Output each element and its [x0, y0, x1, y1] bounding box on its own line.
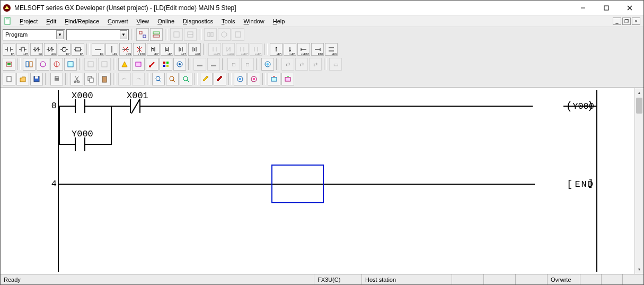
menu-online[interactable]: Online: [153, 17, 179, 25]
menu-window[interactable]: Window: [240, 17, 269, 25]
menu-edit[interactable]: Edit: [42, 17, 60, 25]
minimize-button[interactable]: [571, 1, 595, 15]
mdi-restore-icon[interactable]: ❐: [622, 18, 631, 25]
edit-cursor[interactable]: [271, 165, 324, 203]
tool-r3-2[interactable]: [23, 58, 36, 71]
tool-copy[interactable]: [84, 73, 97, 85]
tool-net-c[interactable]: [232, 28, 244, 41]
tool-r3-4[interactable]: [50, 58, 63, 71]
tool-r3-9[interactable]: [132, 58, 145, 71]
menu-view[interactable]: View: [133, 17, 154, 25]
tool-net-b[interactable]: [218, 28, 231, 41]
status-empty-6: [622, 274, 643, 284]
tool-r3-21[interactable]: ▭: [329, 58, 342, 71]
tool-new[interactable]: [3, 73, 15, 85]
device-combo[interactable]: ▼: [66, 29, 129, 40]
tool-net-a[interactable]: [204, 28, 217, 41]
svg-rect-75: [7, 63, 11, 65]
tool-saf5[interactable]: saF5: [208, 43, 221, 56]
tool-contact-no[interactable]: F5: [3, 43, 15, 56]
tool-caf5[interactable]: caF5: [284, 43, 296, 56]
tool-r3-3[interactable]: [37, 58, 49, 71]
maximize-button[interactable]: [595, 1, 618, 15]
scroll-up-icon[interactable]: ▴: [635, 88, 643, 97]
status-ready: Ready: [1, 274, 314, 284]
mdi-close-icon[interactable]: ×: [632, 18, 640, 25]
tool-r3-20[interactable]: ⇄: [309, 58, 322, 71]
close-button[interactable]: [618, 1, 641, 15]
tool-save[interactable]: [30, 73, 43, 85]
tool-f10[interactable]: F10: [311, 43, 324, 56]
ladder-editor[interactable]: 0 X000 X001 (Y000 ) Y000 4 [END ]: [1, 88, 643, 274]
tool-vline[interactable]: sF9: [105, 43, 118, 56]
tool-del-hline[interactable]: cF9: [119, 43, 132, 56]
mdi-minimize-icon[interactable]: _: [613, 18, 621, 25]
tool-undo[interactable]: [118, 73, 131, 85]
program-mode-combo[interactable]: Program▼: [3, 29, 65, 40]
status-host: Host station: [361, 274, 452, 284]
tool-contact-no-p[interactable]: sF5: [16, 43, 29, 56]
menu-diag[interactable]: Diagnostics: [179, 17, 217, 25]
tool-redo[interactable]: [132, 73, 145, 85]
tool-rising[interactable]: sF7: [147, 43, 160, 56]
tool-r3-15[interactable]: □: [227, 58, 240, 71]
tool-monitor-2[interactable]: [248, 73, 260, 85]
tool-monitor-1[interactable]: [234, 73, 246, 85]
scroll-down-icon[interactable]: ▾: [635, 265, 643, 274]
svg-point-106: [170, 76, 174, 81]
tool-xfer-2[interactable]: [281, 73, 294, 85]
tool-falling[interactable]: sF8: [161, 43, 173, 56]
tool-r3-10[interactable]: [146, 58, 158, 71]
menu-tools[interactable]: Tools: [217, 17, 240, 25]
tool-cut[interactable]: [70, 73, 83, 85]
menu-project[interactable]: Project: [15, 17, 42, 25]
menu-find[interactable]: Find/Replace: [60, 17, 103, 25]
tool-r3-17[interactable]: [261, 58, 274, 71]
tool-r3-13[interactable]: ▬: [193, 58, 206, 71]
tool-r3-8[interactable]: [118, 58, 131, 71]
tool-view-b[interactable]: [150, 28, 163, 41]
tool-contact-nc[interactable]: F6: [30, 43, 43, 56]
tool-r3-14[interactable]: ▬: [207, 58, 220, 71]
tool-del-vline[interactable]: cF10: [133, 43, 146, 56]
tool-saf6[interactable]: saF6: [222, 43, 235, 56]
tool-find-2[interactable]: [166, 73, 179, 85]
menu-help[interactable]: Help: [269, 17, 289, 25]
tool-rising-p[interactable]: aF7: [174, 43, 187, 56]
tool-r3-1[interactable]: [3, 58, 15, 71]
tool-contact-nc-p[interactable]: sF6: [44, 43, 57, 56]
svg-line-105: [160, 80, 162, 82]
tool-open[interactable]: [16, 73, 29, 85]
tool-af5[interactable]: aF5: [270, 43, 283, 56]
svg-rect-86: [163, 62, 165, 64]
tool-saf7[interactable]: saF7: [236, 43, 249, 56]
vertical-scrollbar[interactable]: ▴ ▾: [634, 88, 643, 274]
tool-find-1[interactable]: [152, 73, 165, 85]
tool-r3-7[interactable]: [98, 58, 111, 71]
menu-convert[interactable]: Convert: [103, 17, 133, 25]
tool-convert-2[interactable]: [214, 73, 226, 85]
tool-xfer-1[interactable]: [268, 73, 280, 85]
tool-instr[interactable]: F8: [72, 43, 84, 56]
tool-view-a[interactable]: [136, 28, 149, 41]
tool-r3-12[interactable]: [173, 58, 186, 71]
scroll-thumb[interactable]: [636, 98, 642, 114]
tool-r3-11[interactable]: [160, 58, 172, 71]
tool-r3-6[interactable]: [84, 58, 97, 71]
tool-caf10[interactable]: caF10: [297, 43, 310, 56]
tool-hline[interactable]: F9: [92, 43, 104, 56]
tool-print[interactable]: [50, 73, 63, 85]
tool-af9[interactable]: aF9: [325, 43, 338, 56]
tool-tree-b[interactable]: [184, 28, 197, 41]
tool-r3-16[interactable]: □: [241, 58, 254, 71]
tool-find-3[interactable]: [180, 73, 192, 85]
tool-saf8[interactable]: saF8: [250, 43, 262, 56]
tool-r3-5[interactable]: [64, 58, 77, 71]
tool-convert-1[interactable]: [200, 73, 213, 85]
tool-paste[interactable]: [98, 73, 111, 85]
tool-tree-a[interactable]: [170, 28, 183, 41]
tool-falling-p[interactable]: aF8: [188, 43, 201, 56]
tool-r3-18[interactable]: ⇄: [281, 58, 294, 71]
tool-r3-19[interactable]: ⇄: [295, 58, 308, 71]
tool-coil[interactable]: F7: [58, 43, 70, 56]
